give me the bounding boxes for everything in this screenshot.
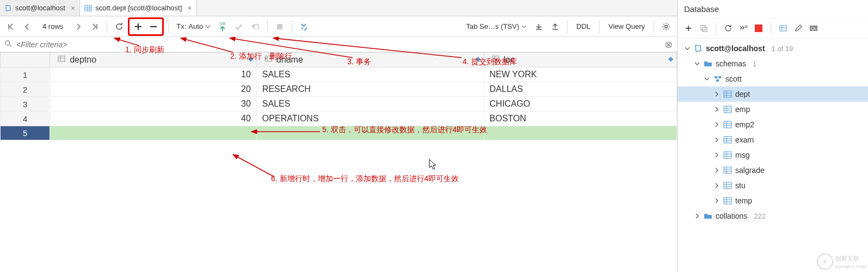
add-row-button[interactable] bbox=[131, 19, 146, 34]
cell-deptno[interactable]: 30 bbox=[50, 97, 257, 112]
cell-dname[interactable]: RESEARCH bbox=[256, 82, 484, 97]
table-row[interactable]: 1 10 SALES NEW YORK bbox=[1, 67, 677, 82]
table-row[interactable]: 3 30 SALES CHICAGO bbox=[1, 97, 677, 112]
apply-button[interactable] bbox=[231, 19, 247, 34]
tree-node-table[interactable]: dept bbox=[678, 86, 868, 102]
cell-deptno[interactable]: 10 bbox=[50, 67, 257, 82]
sort-icon[interactable]: ◆ bbox=[668, 55, 673, 63]
tree-node-table[interactable]: exam bbox=[678, 132, 868, 147]
chevron-right-icon[interactable] bbox=[713, 182, 720, 189]
tree-node-table[interactable]: msg bbox=[678, 147, 868, 163]
settings-tree-button[interactable] bbox=[737, 22, 750, 35]
chevron-right-icon[interactable] bbox=[713, 106, 720, 113]
row-number[interactable]: 4 bbox=[1, 112, 50, 126]
column-header-dname[interactable]: dname◆ bbox=[256, 53, 484, 67]
chevron-right-icon[interactable] bbox=[694, 213, 700, 219]
view-query-button[interactable]: View Query bbox=[604, 22, 649, 30]
refresh-button[interactable] bbox=[112, 19, 127, 34]
corner-cell[interactable] bbox=[1, 53, 50, 67]
tab-table-active[interactable]: scott.dept [scott@localhost] × bbox=[80, 0, 196, 16]
chevron-right-icon[interactable] bbox=[713, 152, 720, 158]
edit-button[interactable] bbox=[792, 22, 805, 35]
column-icon bbox=[58, 55, 65, 64]
tree-node-table[interactable]: temp bbox=[678, 193, 868, 208]
compare-button[interactable] bbox=[297, 19, 312, 34]
tree-node-schema-scott[interactable]: scott bbox=[678, 71, 868, 86]
last-page-button[interactable] bbox=[87, 19, 102, 34]
cell-dname[interactable] bbox=[256, 126, 484, 140]
svg-rect-33 bbox=[716, 79, 719, 82]
revert-button[interactable] bbox=[248, 19, 263, 34]
tree-node-table[interactable]: emp2 bbox=[678, 117, 868, 132]
tree-node-table[interactable]: salgrade bbox=[678, 163, 868, 178]
sort-icon[interactable]: ◆ bbox=[248, 55, 253, 63]
export-format-dropdown[interactable]: Tab Se…s (TSV) bbox=[463, 22, 530, 30]
duplicate-button[interactable] bbox=[697, 22, 710, 35]
clear-filter-icon[interactable]: ⊗ bbox=[664, 39, 673, 51]
settings-button[interactable] bbox=[658, 19, 674, 34]
tree-node-table[interactable]: emp bbox=[678, 102, 868, 117]
table-row-new[interactable]: 5 bbox=[1, 126, 677, 140]
ddl-button[interactable]: DDL bbox=[572, 22, 595, 30]
cell-dname[interactable]: SALES bbox=[256, 67, 484, 82]
table-view-button[interactable] bbox=[777, 22, 790, 35]
svg-rect-58 bbox=[724, 182, 731, 189]
close-icon[interactable]: × bbox=[71, 4, 75, 13]
tx-mode-dropdown[interactable]: Tx: Auto bbox=[173, 22, 214, 30]
close-icon[interactable]: × bbox=[187, 4, 192, 13]
cell-loc[interactable] bbox=[484, 126, 676, 140]
first-page-button[interactable] bbox=[3, 19, 19, 34]
search-icon bbox=[4, 40, 12, 49]
export-button[interactable] bbox=[531, 19, 546, 34]
tree-node-table[interactable]: stu bbox=[678, 178, 868, 193]
tree-node-collations[interactable]: collations 222 bbox=[678, 208, 868, 224]
table-icon bbox=[723, 105, 732, 114]
sort-icon[interactable]: ◆ bbox=[476, 55, 481, 63]
column-header-deptno[interactable]: deptno◆ bbox=[50, 53, 257, 67]
cell-dname[interactable]: OPERATIONS bbox=[256, 112, 484, 126]
tab-label: scott.dept [scott@localhost] bbox=[95, 4, 182, 12]
chevron-right-icon[interactable] bbox=[713, 137, 720, 143]
row-number[interactable]: 2 bbox=[1, 82, 50, 97]
cell-loc[interactable]: BOSTON bbox=[484, 112, 676, 126]
stop-button[interactable] bbox=[272, 19, 287, 34]
chevron-down-icon[interactable] bbox=[704, 76, 710, 82]
prev-page-button[interactable] bbox=[20, 19, 35, 34]
row-number[interactable]: 3 bbox=[1, 97, 50, 112]
table-row[interactable]: 2 20 RESEARCH DALLAS bbox=[1, 82, 677, 97]
column-header-loc[interactable]: loc◆ bbox=[484, 53, 676, 67]
next-page-button[interactable] bbox=[71, 19, 86, 34]
table-icon bbox=[723, 135, 732, 144]
cell-loc[interactable]: DALLAS bbox=[484, 82, 676, 97]
filter-input[interactable] bbox=[16, 40, 660, 49]
refresh-tree-button[interactable] bbox=[722, 22, 735, 35]
stop-tree-button[interactable] bbox=[752, 22, 765, 35]
tree-node-schemas[interactable]: schemas 1 bbox=[678, 56, 868, 71]
cell-dname[interactable]: SALES bbox=[256, 97, 484, 112]
tree-node-connection[interactable]: scott@localhost 1 of 19 bbox=[678, 41, 868, 56]
chevron-right-icon[interactable] bbox=[713, 121, 720, 128]
chevron-right-icon[interactable] bbox=[713, 197, 720, 204]
console-button[interactable]: QL bbox=[807, 22, 820, 35]
cell-deptno[interactable]: 40 bbox=[50, 112, 257, 126]
cell-loc[interactable]: CHICAGO bbox=[484, 97, 676, 112]
chevron-down-icon[interactable] bbox=[694, 60, 700, 67]
commit-db-button[interactable]: DB bbox=[215, 19, 230, 34]
cell-loc[interactable]: NEW YORK bbox=[484, 67, 676, 82]
cursor-icon bbox=[429, 159, 439, 171]
table-row[interactable]: 4 40 OPERATIONS BOSTON bbox=[1, 112, 677, 126]
db-label: DB bbox=[220, 22, 226, 26]
row-count-label: 4 rows bbox=[36, 22, 70, 30]
row-number[interactable]: 5 bbox=[1, 126, 50, 140]
delete-row-button[interactable] bbox=[146, 19, 161, 34]
chevron-right-icon[interactable] bbox=[713, 91, 720, 97]
import-button[interactable] bbox=[547, 19, 563, 34]
chevron-down-icon[interactable] bbox=[684, 45, 691, 52]
cell-deptno[interactable]: 20 bbox=[50, 82, 257, 97]
cell-deptno[interactable] bbox=[50, 126, 257, 140]
svg-rect-5 bbox=[277, 24, 282, 29]
row-number[interactable]: 1 bbox=[1, 67, 50, 82]
tab-connection[interactable]: scott@localhost × bbox=[0, 0, 80, 16]
chevron-right-icon[interactable] bbox=[713, 167, 720, 174]
add-datasource-button[interactable] bbox=[682, 22, 695, 35]
